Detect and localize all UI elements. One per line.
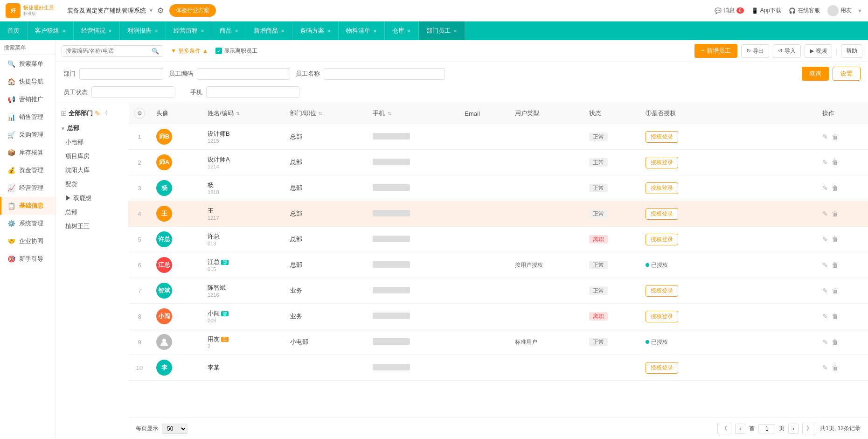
edit-icon[interactable]: ✎	[822, 287, 828, 294]
show-resigned-toggle[interactable]: ✓ 显示离职员工	[215, 47, 257, 55]
dept-item-shenyang[interactable]: 沈阳大库	[56, 163, 128, 177]
auth-login-button[interactable]: 授权登录	[646, 131, 678, 143]
sidebar-item-operation[interactable]: 📈 经营管理	[0, 179, 56, 197]
dept-item-shuanglu[interactable]: ▶ 双鹿想	[56, 191, 128, 205]
edit-icon[interactable]: ✎	[822, 338, 828, 346]
delete-icon[interactable]: 🗑	[832, 261, 838, 269]
sidebar-item-guide[interactable]: 🎯 新手引导	[0, 250, 56, 268]
tab-operation[interactable]: 经营情况 ✕	[74, 21, 120, 40]
sidebar-item-quick-nav[interactable]: 🏠 快捷导航	[0, 73, 56, 91]
dept-group-zongbu[interactable]: ▼ 总部	[56, 121, 128, 135]
tab-profit[interactable]: 利润报告 ✕	[120, 21, 166, 40]
edit-icon[interactable]: ✎	[822, 261, 828, 269]
delete-icon[interactable]: 🗑	[832, 184, 838, 192]
tab-customer-close[interactable]: ✕	[62, 28, 66, 34]
add-employee-button[interactable]: + 新增员工	[694, 44, 737, 58]
search-input[interactable]	[66, 48, 150, 54]
delete-icon[interactable]: 🗑	[832, 236, 838, 243]
auth-login-button[interactable]: 授权登录	[646, 311, 678, 322]
tab-customer[interactable]: 客户联络 ✕	[28, 21, 74, 40]
dept-item-xiaodibu[interactable]: 小电部	[56, 135, 128, 149]
help-button[interactable]: 帮助	[841, 44, 862, 58]
system-dropdown-arrow[interactable]: ▼	[149, 8, 153, 13]
filter-dept-select[interactable]	[79, 68, 163, 80]
per-page-select[interactable]: 50 100	[162, 424, 187, 434]
first-page-btn[interactable]: 《	[717, 423, 731, 434]
trial-button[interactable]: 体验行业方案	[169, 4, 216, 17]
edit-icon[interactable]: ✎	[822, 313, 828, 320]
delete-icon[interactable]: 🗑	[832, 159, 838, 166]
dept-edit-icon[interactable]: ✎	[95, 110, 100, 117]
sidebar-item-inventory[interactable]: 📦 库存核算	[0, 144, 56, 161]
dept-collapse-btn[interactable]: 《	[102, 109, 108, 117]
delete-icon[interactable]: 🗑	[832, 210, 838, 217]
page-input[interactable]	[758, 424, 775, 433]
tab-warehouse-close[interactable]: ✕	[407, 28, 411, 34]
auth-login-button[interactable]: 授权登录	[646, 285, 678, 297]
auth-login-button[interactable]: 授权登录	[646, 182, 678, 194]
next-page-btn[interactable]: ›	[788, 424, 799, 434]
dept-item-zongbu2[interactable]: 总部	[56, 205, 128, 219]
tab-bom[interactable]: 物料清单 ✕	[339, 21, 385, 40]
sidebar-item-basic-info[interactable]: 📋 基础信息	[0, 197, 56, 215]
query-button[interactable]: 查询	[802, 67, 829, 81]
auth-login-button[interactable]: 授权登录	[646, 157, 678, 168]
tab-bom-close[interactable]: ✕	[373, 28, 377, 34]
delete-icon[interactable]: 🗑	[832, 338, 838, 346]
tab-goods[interactable]: 商品 ✕	[212, 21, 246, 40]
filter-status-select[interactable]	[91, 86, 175, 98]
sidebar-item-purchase[interactable]: 🛒 采购管理	[0, 126, 56, 144]
app-download-btn[interactable]: 📱 App下载	[751, 7, 781, 14]
message-btn[interactable]: 💬 消息 6	[715, 7, 744, 14]
dept-item-project[interactable]: 项目库房	[56, 149, 128, 163]
import-button[interactable]: ↺ 导入	[773, 44, 801, 58]
tab-add-goods[interactable]: 新增商品 ✕	[246, 21, 292, 40]
dept-item-zhishu[interactable]: 植树王三	[56, 219, 128, 233]
sidebar-item-cooperation[interactable]: 🤝 企业协同	[0, 232, 56, 250]
sort-name-icon[interactable]: ⇅	[236, 111, 240, 116]
sidebar-item-sales[interactable]: 📊 销售管理	[0, 108, 56, 126]
sort-phone-icon[interactable]: ⇅	[388, 111, 391, 116]
tab-employee-close[interactable]: ✕	[453, 28, 457, 34]
tab-history-close[interactable]: ✕	[201, 28, 204, 34]
show-resigned-checkbox[interactable]: ✓	[215, 48, 222, 54]
last-page-btn[interactable]: 》	[802, 423, 816, 434]
sidebar-item-system[interactable]: ⚙️ 系统管理	[0, 215, 56, 232]
more-filter-btn[interactable]: ▼ 更多条件 ▲	[167, 45, 212, 57]
delete-icon[interactable]: 🗑	[832, 313, 838, 320]
sort-dept-icon[interactable]: ⇅	[319, 111, 322, 116]
user-btn[interactable]: 用友	[827, 5, 852, 16]
delete-icon[interactable]: 🗑	[832, 364, 838, 371]
tab-goods-close[interactable]: ✕	[235, 28, 238, 34]
reset-button[interactable]: 设置	[833, 67, 861, 81]
online-service-btn[interactable]: 🎧 在线客服	[789, 7, 820, 14]
sidebar-item-finance[interactable]: 💰 资金管理	[0, 161, 56, 179]
filter-phone-input[interactable]	[206, 86, 299, 98]
edit-icon[interactable]: ✎	[822, 184, 828, 192]
delete-icon[interactable]: 🗑	[832, 287, 838, 294]
tab-home[interactable]: 首页	[0, 21, 28, 40]
tab-warehouse[interactable]: 仓库 ✕	[385, 21, 419, 40]
tab-employee[interactable]: 部门员工 ✕	[419, 21, 465, 40]
tab-barcode[interactable]: 条码方案 ✕	[292, 21, 339, 40]
edit-icon[interactable]: ✎	[822, 159, 828, 166]
edit-icon[interactable]: ✎	[822, 236, 828, 243]
dept-item-peihuo[interactable]: 配货	[56, 177, 128, 191]
export-button[interactable]: ↻ 导出	[741, 44, 769, 58]
auth-login-button[interactable]: 授权登录	[646, 362, 678, 374]
edit-icon[interactable]: ✎	[822, 210, 828, 217]
tab-history[interactable]: 经营历程 ✕	[166, 21, 212, 40]
tab-profit-close[interactable]: ✕	[154, 28, 158, 34]
edit-icon[interactable]: ✎	[822, 133, 828, 140]
tab-add-goods-close[interactable]: ✕	[281, 28, 285, 34]
gear-top[interactable]: ⚙	[157, 6, 164, 15]
prev-page-btn[interactable]: ‹	[735, 424, 745, 434]
column-settings-icon[interactable]: ⚙	[134, 108, 145, 119]
sidebar-item-marketing[interactable]: 📢 营销推广	[0, 91, 56, 108]
view-button[interactable]: ▶ 视频	[805, 44, 832, 58]
tab-operation-close[interactable]: ✕	[108, 28, 112, 34]
filter-emp-code-input[interactable]	[197, 68, 290, 80]
filter-emp-name-input[interactable]	[324, 68, 445, 80]
auth-login-button[interactable]: 授权登录	[646, 208, 678, 220]
sidebar-item-search[interactable]: 🔍 搜索菜单	[0, 55, 56, 73]
